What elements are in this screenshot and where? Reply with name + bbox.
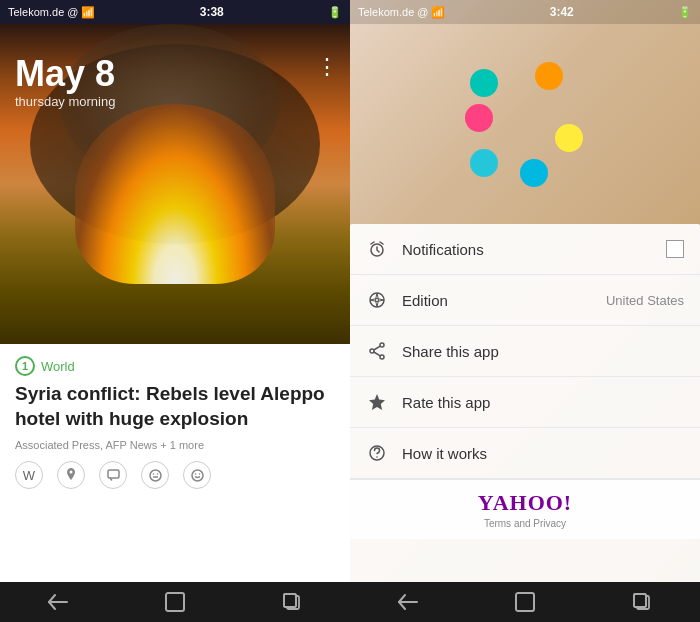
right-screen: Telekom.de @ 📶 3:42 🔋 [350, 0, 700, 582]
source-w-icon[interactable]: W [15, 461, 43, 489]
svg-line-14 [374, 346, 380, 350]
left-carrier: Telekom.de @ 📶 [8, 6, 95, 19]
battery-icon: 🔋 [328, 6, 342, 19]
category-label: World [41, 359, 75, 374]
dot-lightblue [520, 159, 548, 187]
share-app-label: Share this app [402, 343, 684, 360]
dots-circle [455, 54, 595, 194]
news-hero-image: May 8 thursday morning ⋮ [0, 24, 350, 344]
category-badge: 1 [15, 356, 35, 376]
explosion-effect [75, 104, 275, 284]
how-it-works-menu-item[interactable]: How it works [350, 428, 700, 479]
svg-point-6 [192, 470, 203, 481]
edition-value: United States [606, 293, 684, 308]
left-status-icons: 🔋 [328, 6, 342, 19]
right-time: 3:42 [550, 5, 574, 19]
neutral-face-icon[interactable] [141, 461, 169, 489]
svg-point-12 [370, 349, 374, 353]
smile-face-icon[interactable] [183, 461, 211, 489]
left-home-button[interactable] [157, 584, 193, 620]
right-carrier: Telekom.de @ 📶 [358, 6, 445, 19]
edition-menu-item[interactable]: Edition United States [350, 275, 700, 326]
hero-date: May 8 thursday morning [15, 54, 115, 109]
hero-day: May 8 [15, 54, 115, 94]
svg-point-11 [380, 343, 384, 347]
hero-day-sub: thursday morning [15, 94, 115, 109]
notifications-menu-item[interactable]: Notifications [350, 224, 700, 275]
right-back-button[interactable] [390, 584, 426, 620]
dot-teal [470, 69, 498, 97]
svg-rect-1 [108, 470, 119, 478]
right-home-button[interactable] [507, 584, 543, 620]
svg-rect-25 [634, 594, 646, 607]
edition-label: Edition [402, 292, 606, 309]
news-headline[interactable]: Syria conflict: Rebels level Aleppo hote… [15, 382, 335, 431]
svg-point-5 [156, 473, 158, 475]
yahoo-sub[interactable]: Terms and Privacy [360, 518, 690, 529]
left-status-bar: Telekom.de @ 📶 3:38 🔋 [0, 0, 350, 24]
left-nav [0, 582, 350, 622]
notifications-checkbox[interactable] [666, 240, 684, 258]
svg-point-13 [380, 355, 384, 359]
svg-line-15 [374, 352, 380, 356]
share-app-menu-item[interactable]: Share this app [350, 326, 700, 377]
right-battery-icon: 🔋 [678, 6, 692, 19]
hero-menu-button[interactable]: ⋮ [316, 54, 338, 80]
comment-icon[interactable] [99, 461, 127, 489]
share-icon [366, 340, 388, 362]
right-status-bar: Telekom.de @ 📶 3:42 🔋 [350, 0, 700, 24]
dot-cyan [470, 149, 498, 177]
yahoo-footer: YAHOO! Terms and Privacy [350, 479, 700, 539]
alarm-icon [366, 238, 388, 260]
news-action-icons: W [15, 461, 335, 489]
svg-point-0 [70, 471, 73, 474]
svg-point-4 [152, 473, 154, 475]
star-icon [366, 391, 388, 413]
dot-orange [535, 62, 563, 90]
right-recent-button[interactable] [624, 584, 660, 620]
dot-pink [465, 104, 493, 132]
left-carrier-text: Telekom.de @ [8, 6, 78, 18]
globe-icon [366, 289, 388, 311]
right-signal-icon: 📶 [431, 6, 445, 19]
notifications-label: Notifications [402, 241, 666, 258]
nav-bar [0, 582, 700, 622]
yahoo-logo: YAHOO! [360, 490, 690, 516]
news-category-row: 1 World [15, 356, 335, 376]
rate-app-label: Rate this app [402, 394, 684, 411]
news-content: 1 World Syria conflict: Rebels level Ale… [0, 344, 350, 582]
rate-app-menu-item[interactable]: Rate this app [350, 377, 700, 428]
svg-point-10 [370, 293, 384, 307]
right-status-icons: 🔋 [678, 6, 692, 19]
svg-point-2 [150, 470, 161, 481]
svg-point-18 [376, 456, 378, 458]
location-icon[interactable] [57, 461, 85, 489]
left-time: 3:38 [200, 5, 224, 19]
help-icon [366, 442, 388, 464]
settings-menu: Notifications Edition United States [350, 224, 700, 582]
loading-dots-container [350, 24, 700, 224]
news-source: Associated Press, AFP News + 1 more [15, 439, 335, 451]
right-nav [350, 582, 700, 622]
how-it-works-label: How it works [402, 445, 684, 462]
left-recent-button[interactable] [274, 584, 310, 620]
svg-point-8 [198, 473, 200, 475]
svg-rect-21 [284, 594, 296, 607]
svg-rect-23 [516, 593, 534, 611]
svg-rect-19 [166, 593, 184, 611]
signal-icon: 📶 [81, 6, 95, 19]
svg-marker-16 [369, 394, 385, 410]
dot-yellow [555, 124, 583, 152]
right-carrier-text: Telekom.de @ [358, 6, 428, 18]
left-screen: Telekom.de @ 📶 3:38 🔋 May 8 thursday mor… [0, 0, 350, 582]
svg-point-7 [194, 473, 196, 475]
left-back-button[interactable] [40, 584, 76, 620]
